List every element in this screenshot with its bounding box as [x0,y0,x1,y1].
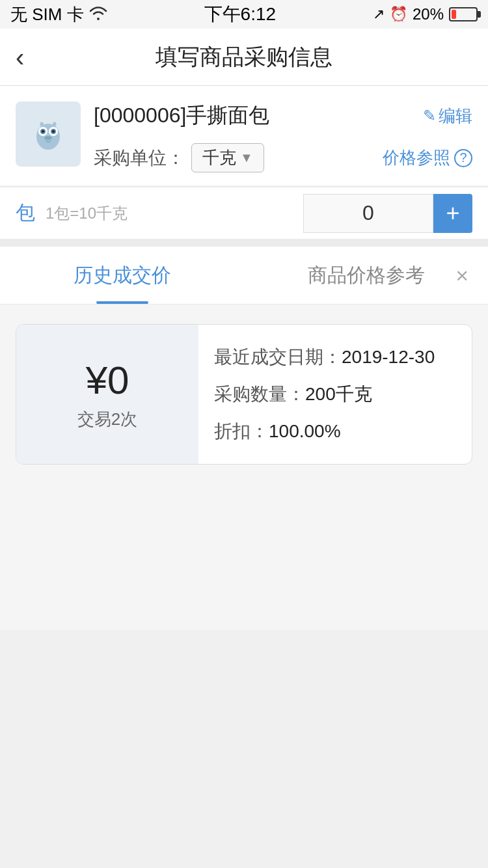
tab-price-reference[interactable]: 商品价格参考 [244,247,488,304]
edit-label: 编辑 [439,105,472,128]
price-summary: ¥0 交易2次 [16,325,198,464]
quantity-label-group: 包 1包=10千克 [16,200,128,226]
svg-point-7 [44,136,52,140]
status-bar: 无 SIM 卡 下午6:12 ↗ ⏰ 20% [0,0,488,29]
tab-history-price[interactable]: 历史成交价 [0,247,244,304]
price-details: 最近成交日期：2019-12-30 采购数量：200千克 折扣：100.00% [198,325,472,464]
quantity-section: 包 1包=10千克 0 + [0,187,488,239]
help-icon: ? [454,149,472,167]
page-title: 填写商品采购信息 [156,42,332,72]
unit-dropdown-icon: ▼ [240,150,253,165]
nav-bar: ‹ 填写商品采购信息 [0,29,488,86]
price-detail-quantity-label: 采购数量： [214,384,305,404]
price-detail-discount: 折扣：100.00% [214,418,456,444]
battery-percent: 20% [413,5,444,23]
product-thumbnail [16,102,81,167]
quantity-value: 0 [362,201,374,225]
quantity-increment-button[interactable]: + [433,194,472,233]
price-detail-quantity-value: 200千克 [305,384,372,404]
tab-reference-label: 商品价格参考 [308,262,425,289]
alarm-icon: ⏰ [390,6,407,23]
purchase-unit-row: 采购单位： 千克 ▼ 价格参照 ? [94,143,472,172]
location-icon: ↗ [373,6,385,23]
price-transaction-count: 交易2次 [77,408,137,431]
tab-close-button[interactable]: × [455,263,468,288]
price-reference-button[interactable]: 价格参照 ? [383,146,472,169]
battery-fill [452,10,456,19]
tabs-bar: 历史成交价 商品价格参考 × [0,247,488,305]
status-right: ↗ ⏰ 20% [373,5,478,23]
svg-point-6 [52,130,55,133]
price-card: ¥0 交易2次 最近成交日期：2019-12-30 采购数量：200千克 折扣：… [16,324,472,465]
product-row: [0000006]手撕面包 ✎ 编辑 采购单位： 千克 ▼ 价格参照 ? [16,102,472,172]
content-area: ¥0 交易2次 最近成交日期：2019-12-30 采购数量：200千克 折扣：… [0,305,488,630]
battery-icon [449,7,478,21]
product-name: [0000006]手撕面包 [94,102,269,130]
quantity-hint: 1包=10千克 [46,203,128,224]
unit-select[interactable]: 千克 ▼ [191,143,264,172]
purchase-unit-label: 采购单位： [94,146,185,170]
price-detail-date-value: 2019-12-30 [342,347,435,367]
edit-button[interactable]: ✎ 编辑 [423,105,472,128]
price-detail-discount-value: 100.00% [269,421,341,441]
status-time: 下午6:12 [204,2,277,27]
product-section: [0000006]手撕面包 ✎ 编辑 采购单位： 千克 ▼ 价格参照 ? [0,86,488,185]
price-detail-date-label: 最近成交日期： [214,347,342,367]
price-ref-label: 价格参照 [383,146,450,169]
tab-history-label: 历史成交价 [74,262,171,289]
unit-group: 采购单位： 千克 ▼ [94,143,264,172]
wifi-icon [89,5,107,25]
section-separator [0,239,488,247]
unit-value: 千克 [202,146,236,169]
price-detail-discount-label: 折扣： [214,421,269,441]
quantity-unit-label: 包 [16,200,35,226]
sim-label: 无 SIM 卡 [10,3,84,26]
price-detail-date: 最近成交日期：2019-12-30 [214,344,456,370]
back-button[interactable]: ‹ [16,44,24,70]
svg-point-5 [42,130,44,133]
status-left: 无 SIM 卡 [10,3,107,26]
product-name-row: [0000006]手撕面包 ✎ 编辑 [94,102,472,130]
quantity-input[interactable]: 0 [303,194,433,233]
tab-active-indicator [96,301,148,304]
edit-icon: ✎ [423,107,436,125]
price-amount: ¥0 [86,358,129,403]
price-detail-quantity: 采购数量：200千克 [214,381,456,407]
product-info: [0000006]手撕面包 ✎ 编辑 采购单位： 千克 ▼ 价格参照 ? [94,102,472,172]
quantity-input-group: 0 + [303,194,472,233]
